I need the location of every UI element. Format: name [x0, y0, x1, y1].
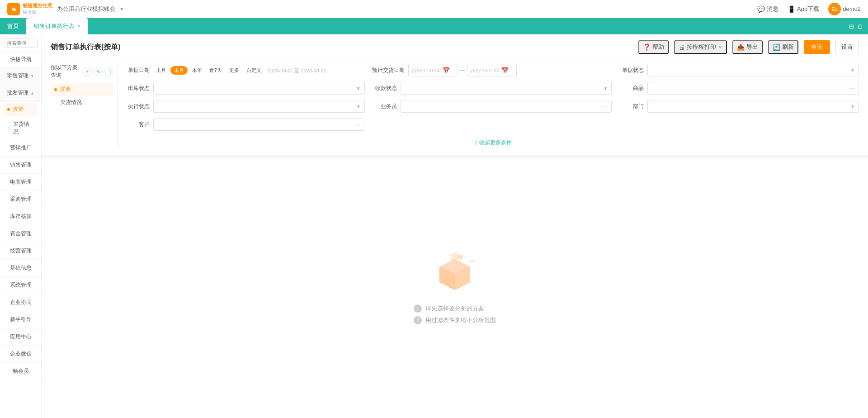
date-tab-last-month[interactable]: 上月: [153, 66, 169, 75]
sidebar-retail-arrow-icon: ▼: [30, 74, 34, 78]
sidebar-item-operations[interactable]: 经营管理: [0, 242, 41, 260]
app-download-label: App下载: [797, 5, 819, 13]
goods-input[interactable]: ···: [647, 82, 859, 95]
sidebar-item-basic[interactable]: 基础信息: [0, 260, 41, 277]
sidebar-wholesale-label: 批发管理: [7, 89, 28, 97]
sidebar-item-inventory[interactable]: 库存核算: [0, 208, 41, 225]
sidebar-sales-label: 销售管理: [10, 161, 32, 169]
sidebar-purchase-label: 采购管理: [10, 195, 32, 203]
user-area[interactable]: Ea demo2: [828, 3, 861, 15]
help-label: 帮助: [652, 43, 664, 51]
tab-close-icon[interactable]: ×: [77, 23, 80, 29]
date-range-display: 2023-03-01 至 2023-03-31: [268, 67, 326, 74]
active-scheme-dot: [54, 88, 57, 91]
field-goods: 商品 ···: [619, 82, 859, 95]
date-tab-this-month[interactable]: 本月: [170, 66, 188, 75]
collapse-button[interactable]: 《 收起更多条件: [125, 136, 859, 149]
sidebar-item-app-center[interactable]: 应用中心: [0, 328, 41, 346]
sidebar-item-wholesale[interactable]: 批发管理 ▲: [0, 85, 41, 102]
dept-select[interactable]: ▼: [647, 100, 859, 113]
scheme-option-backorder-label: 欠货情况: [60, 99, 82, 106]
avatar-text: Ea: [832, 6, 838, 12]
svg-point-8: [471, 260, 473, 262]
print-arrow-icon: ▼: [718, 45, 722, 50]
hint-num-1: 1: [414, 304, 422, 313]
tab-home-label: 首页: [7, 22, 19, 30]
tab-sales-order-label: 销售订单执行表: [33, 22, 75, 30]
scheme-header: 按以下方案查询 + ✎ 《: [51, 64, 113, 79]
filter-row-1: 单据日期 上月 本月 本年 近7天 更多 自定义 2023-03-01 至 20…: [125, 64, 859, 76]
date-tab-custom[interactable]: 自定义: [244, 66, 264, 75]
svg-point-9: [437, 265, 439, 266]
collapse-scheme-button[interactable]: 《: [104, 67, 113, 76]
print-button[interactable]: 🖨 按模板打印 ▼: [674, 40, 727, 54]
help-button[interactable]: ❓ 帮助: [638, 40, 669, 54]
breadcrumb-arrow-icon: ▼: [119, 6, 124, 12]
settings-button[interactable]: 设置: [835, 40, 859, 54]
doc-status-label: 单据状态: [619, 66, 644, 74]
sidebar-marketing-label: 营销推广: [10, 144, 32, 152]
doc-date-label: 单据日期: [125, 66, 150, 74]
ship-status-select[interactable]: ▼: [153, 82, 365, 95]
logo-area: 畅 畅捷通好生意 标准版: [7, 2, 52, 15]
message-button[interactable]: 💬 消息: [757, 5, 778, 13]
empty-state: 1 请先选择要分析的方案 2 用过滤条件来缩小分析范围: [414, 252, 496, 324]
sidebar-item-ecommerce[interactable]: 电商管理: [0, 174, 41, 191]
edit-scheme-button[interactable]: ✎: [94, 67, 103, 76]
sidebar-item-enterprise-collab[interactable]: 企业协同: [0, 294, 41, 311]
tab-sales-order[interactable]: 销售订单执行表 ×: [26, 18, 88, 34]
sidebar-item-beginner[interactable]: 新手引导: [0, 311, 41, 328]
empty-illustration: [432, 252, 477, 297]
scheme-option-backorder[interactable]: ○ 欠货情况: [51, 96, 113, 109]
date-tab-last-7days[interactable]: 近7天: [207, 66, 225, 75]
add-icon: +: [86, 69, 89, 74]
tab-expand-btn[interactable]: ⊡: [858, 23, 863, 30]
app-download-button[interactable]: 📱 App下载: [788, 5, 819, 13]
scheme-actions: + ✎ 《: [83, 67, 113, 76]
tab-bar-right: ⊟ ⊡: [849, 23, 868, 30]
delivery-date-end[interactable]: yyyy-mm-dd 📅: [467, 64, 517, 76]
search-input[interactable]: [4, 38, 38, 48]
breadcrumb[interactable]: 办公用品行业模拟账套 ▼: [57, 5, 124, 13]
sidebar-item-member[interactable]: 畅会员: [0, 363, 41, 380]
tab-home[interactable]: 首页: [0, 18, 26, 34]
customer-input[interactable]: ···: [153, 118, 364, 131]
dept-label: 部门: [619, 103, 644, 110]
sidebar-item-finance[interactable]: 资金管理: [0, 225, 41, 242]
sidebar-item-retail[interactable]: 零售管理 ▼: [0, 67, 41, 85]
delivery-date-start[interactable]: yyyy-mm-dd 📅: [408, 64, 458, 76]
scheme-option-order[interactable]: 按单: [51, 83, 113, 96]
backorder-bullet-icon: ○: [54, 100, 57, 105]
sidebar-item-purchase[interactable]: 采购管理: [0, 191, 41, 208]
sidebar-sub-item-by-order[interactable]: 按单: [4, 103, 38, 116]
refresh-label: 刷新: [782, 43, 794, 51]
query-button[interactable]: 查询: [804, 40, 830, 54]
refresh-button[interactable]: 🔄 刷新: [768, 40, 798, 54]
sub-item-backorder-label: 欠货情况: [13, 120, 34, 136]
sidebar-item-quick-nav[interactable]: 快捷导航: [0, 52, 41, 67]
content-area: 销售订单执行表(按单) ❓ 帮助 🖨 按模板打印 ▼ 📤 导出 🔄 刷新: [42, 34, 868, 418]
field-doc-status: 单据状态 ▼: [619, 64, 859, 76]
doc-status-select[interactable]: ▼: [647, 64, 859, 76]
tab-close-btn[interactable]: ⊟: [849, 23, 854, 30]
date-tab-this-year[interactable]: 本年: [189, 66, 205, 75]
logo-line2: 标准版: [23, 9, 52, 15]
collapse-icon: 《: [107, 68, 112, 75]
salesperson-input[interactable]: ···: [401, 100, 612, 113]
exec-status-select[interactable]: ▼: [153, 100, 365, 113]
sidebar-item-system[interactable]: 系统管理: [0, 277, 41, 294]
delivery-start-text: yyyy-mm-dd: [411, 67, 441, 73]
sidebar-item-marketing[interactable]: 营销推广: [0, 139, 41, 157]
filter-left-panel: 按以下方案查询 + ✎ 《: [51, 64, 118, 149]
sidebar-sub-item-backorder[interactable]: ○ 欠货情况: [4, 118, 38, 138]
refresh-icon: 🔄: [773, 43, 780, 51]
exec-status-label: 执行状态: [125, 103, 150, 110]
sidebar-item-enterprise-wechat[interactable]: 企业微信: [0, 346, 41, 363]
message-label: 消息: [767, 5, 778, 13]
export-button[interactable]: 📤 导出: [732, 40, 763, 54]
add-scheme-button[interactable]: +: [83, 67, 92, 76]
doc-status-chevron-icon: ▼: [850, 68, 855, 73]
payment-status-select[interactable]: ▼: [401, 82, 612, 95]
sidebar-item-sales[interactable]: 销售管理: [0, 157, 41, 174]
date-tab-more[interactable]: 更多: [226, 66, 242, 75]
